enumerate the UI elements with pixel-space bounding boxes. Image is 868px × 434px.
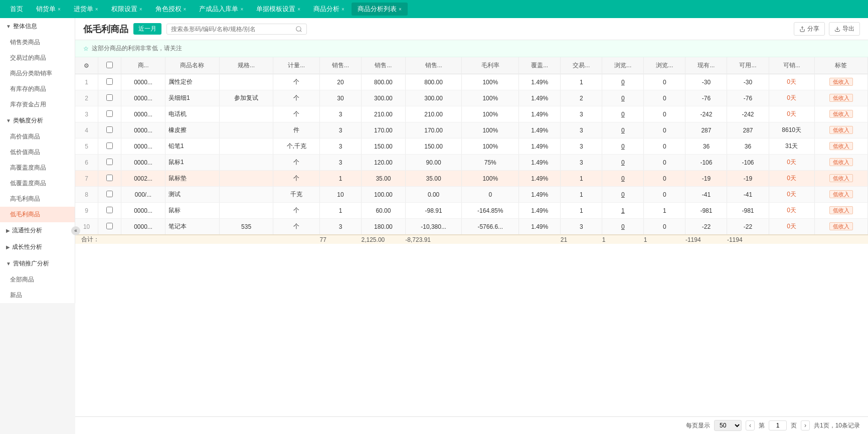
row-checkbox-cell[interactable] xyxy=(98,155,121,171)
nav-home[interactable]: 首页 xyxy=(4,3,29,16)
row-checkbox[interactable] xyxy=(106,126,113,133)
next-page-button[interactable]: › xyxy=(801,420,810,430)
export-button[interactable]: 导出 xyxy=(829,22,860,36)
row-checkbox-cell[interactable] xyxy=(98,171,121,187)
row-browse1[interactable]: 0 xyxy=(602,155,644,171)
col-settings[interactable]: ⚙ xyxy=(75,57,98,74)
share-button[interactable]: 分享 xyxy=(794,22,825,36)
row-checkbox-cell[interactable] xyxy=(98,203,121,219)
sidebar-item-high-margin[interactable]: 高毛利商品 xyxy=(0,191,75,207)
select-all-checkbox[interactable] xyxy=(106,62,113,68)
per-page-select[interactable]: 50 100 200 xyxy=(714,420,742,431)
row-checkbox[interactable] xyxy=(106,159,113,165)
row-checkbox-cell[interactable] xyxy=(98,219,121,235)
row-num: 6 xyxy=(75,155,98,171)
nav-template[interactable]: 单据模板设置 × xyxy=(250,3,306,16)
sidebar-group-growth[interactable]: ▶ 成长性分析 xyxy=(0,239,75,255)
sidebar-item-low-value[interactable]: 低价值商品 xyxy=(0,144,75,160)
row-unit: 个 xyxy=(273,171,319,187)
row-coverage: 1.49% xyxy=(519,106,561,122)
nav-permission-close[interactable]: × xyxy=(139,7,142,12)
nav-template-close[interactable]: × xyxy=(297,7,300,12)
row-checkbox[interactable] xyxy=(106,78,113,85)
row-checkbox[interactable] xyxy=(106,191,113,197)
sidebar-item-inventory-goods[interactable]: 有库存的商品 xyxy=(0,81,75,97)
row-browse1[interactable]: 1 xyxy=(602,203,644,219)
nav-permission[interactable]: 权限设置 × xyxy=(105,3,148,16)
search-input[interactable] xyxy=(171,26,292,33)
row-checkbox[interactable] xyxy=(106,110,113,117)
nav-analysis[interactable]: 商品分析 × xyxy=(307,3,351,16)
sidebar-item-high-coverage[interactable]: 高覆盖度商品 xyxy=(0,160,75,176)
row-checkbox[interactable] xyxy=(106,175,113,181)
sidebar-item-inventory-capital[interactable]: 库存资金占用 xyxy=(0,97,75,112)
nav-role-close[interactable]: × xyxy=(184,7,187,12)
total-row: 合计： 77 2,125.00 -8,723.91 21 1 1 -1194 -… xyxy=(75,235,868,244)
row-browse1[interactable]: 0 xyxy=(602,122,644,138)
row-browse1[interactable]: 0 xyxy=(602,74,644,90)
row-name: 电话机 xyxy=(165,106,219,122)
sidebar-group-popularity[interactable]: ▼ 类畅度分析 xyxy=(0,112,75,129)
row-checkbox[interactable] xyxy=(106,142,113,149)
date-filter-button[interactable]: 近一月 xyxy=(133,23,161,35)
row-browse1[interactable]: 0 xyxy=(602,106,644,122)
sidebar-collapse-button[interactable]: « xyxy=(71,226,80,235)
sidebar-item-new-goods[interactable]: 新品 xyxy=(0,287,75,303)
col-sales-qty: 销售... xyxy=(319,57,361,74)
row-checkbox-cell[interactable] xyxy=(98,122,121,138)
top-nav: 首页 销货单 × 进货单 × 权限设置 × 角色授权 × 产成品入库单 × 单据… xyxy=(0,0,868,18)
share-icon xyxy=(799,26,805,32)
nav-analysis-list[interactable]: 商品分析列表 × xyxy=(352,3,408,16)
sidebar-group-overall[interactable]: ▼ 整体信息 xyxy=(0,18,75,35)
page-input[interactable] xyxy=(769,420,787,430)
nav-purchase-close[interactable]: × xyxy=(95,7,98,12)
row-checkbox-cell[interactable] xyxy=(98,187,121,203)
nav-sales-close[interactable]: × xyxy=(58,7,61,12)
tag-badge: 低收入 xyxy=(829,158,853,166)
row-checkbox-cell[interactable] xyxy=(98,138,121,155)
nav-product-entry[interactable]: 产成品入库单 × xyxy=(193,3,249,16)
col-current: 现有... xyxy=(685,57,727,74)
nav-sales[interactable]: 销货单 × xyxy=(30,3,67,16)
sidebar-group-overall-label: 整体信息 xyxy=(13,22,37,31)
sidebar-item-high-value[interactable]: 高价值商品 xyxy=(0,129,75,144)
nav-analysis-list-close[interactable]: × xyxy=(399,7,402,12)
sidebar-item-all-goods[interactable]: 全部商品 xyxy=(0,272,75,287)
row-current: -242 xyxy=(685,106,727,122)
row-browse1[interactable]: 0 xyxy=(602,90,644,106)
sidebar-item-low-coverage[interactable]: 低覆盖度商品 xyxy=(0,176,75,191)
row-checkbox-cell[interactable] xyxy=(98,106,121,122)
row-browse1[interactable]: 0 xyxy=(602,171,644,187)
row-checkbox[interactable] xyxy=(106,223,113,229)
popularity-arrow-icon: ▼ xyxy=(6,118,11,123)
prev-page-button[interactable]: ‹ xyxy=(746,420,755,430)
nav-role[interactable]: 角色授权 × xyxy=(149,3,193,16)
row-checkbox[interactable] xyxy=(106,94,113,101)
nav-product-entry-close[interactable]: × xyxy=(240,7,243,12)
nav-purchase[interactable]: 进货单 × xyxy=(68,3,104,16)
row-checkbox[interactable] xyxy=(106,207,113,213)
marketing-arrow-icon: ▼ xyxy=(6,261,11,266)
sidebar-group-liquidity[interactable]: ▶ 流通性分析 xyxy=(0,222,75,239)
sidebar-item-category-rate[interactable]: 商品分类助销率 xyxy=(0,66,75,81)
export-icon xyxy=(834,26,840,32)
row-sales-qty: 20 xyxy=(319,74,361,90)
sidebar-item-low-margin[interactable]: 低毛利商品 xyxy=(0,207,75,222)
row-checkbox-cell[interactable] xyxy=(98,74,121,90)
nav-analysis-close[interactable]: × xyxy=(341,7,344,12)
row-trade: 3 xyxy=(561,106,602,122)
row-browse1[interactable]: 0 xyxy=(602,219,644,235)
col-spec: 规格... xyxy=(219,57,273,74)
table-row: 4 0000... 橡皮擦 件 3 170.00 170.00 100% 1.4… xyxy=(75,122,868,138)
row-browse1[interactable]: 0 xyxy=(602,187,644,203)
sidebar-item-traded-goods[interactable]: 交易过的商品 xyxy=(0,50,75,66)
row-num: 8 xyxy=(75,187,98,203)
sidebar-group-marketing[interactable]: ▼ 营销推广分析 xyxy=(0,255,75,272)
sidebar-item-sales-goods[interactable]: 销售类商品 xyxy=(0,35,75,50)
col-checkbox[interactable] xyxy=(98,57,121,74)
row-tag: 低收入 xyxy=(814,122,867,138)
row-gross-margin: 100% xyxy=(462,171,519,187)
row-unit: 个,千克 xyxy=(273,138,319,155)
row-browse1[interactable]: 0 xyxy=(602,138,644,155)
row-checkbox-cell[interactable] xyxy=(98,90,121,106)
